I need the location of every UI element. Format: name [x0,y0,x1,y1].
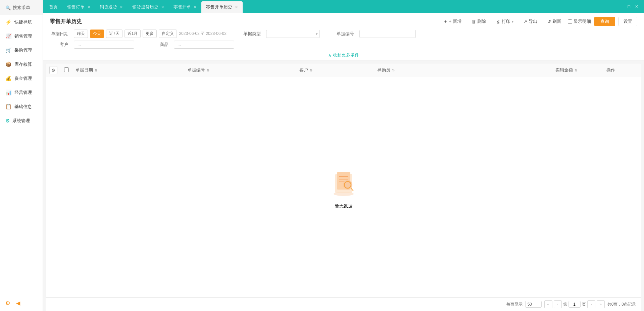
window-min-btn[interactable]: — [617,3,624,10]
next-page-btn[interactable]: › [587,300,595,308]
last-page-btn[interactable]: » [597,300,605,308]
sort-salesperson-icon[interactable]: ⇅ [392,68,395,72]
sort-no-icon[interactable]: ⇅ [207,68,209,72]
tab-home[interactable]: 首页 [44,1,62,13]
content-area: 零售开单历史 ＋ + 新增 🗑 删除 🖨 打印 ▾ [43,13,644,311]
sidebar-item-quick-nav[interactable]: ⚡ 快捷导航 [0,15,43,29]
window-close-btn[interactable]: ✕ [634,3,640,10]
goods-input[interactable]: ... [174,41,234,49]
toolbar: ＋ + 新增 🗑 删除 🖨 打印 ▾ ↗ 导出 [440,17,637,26]
display-cols-checkbox[interactable] [568,19,572,24]
delete-button[interactable]: 🗑 删除 [468,17,489,26]
tab-retail-open-label: 零售开单 [174,4,191,10]
per-page-label: 每页显示 [506,302,523,307]
sidebar-item-label: 快捷导航 [14,19,32,25]
filter-area: 单据日期 昨天 今天 近7天 近1月 更多 自定义 2023-06-02 至 2… [50,30,637,60]
add-button[interactable]: ＋ + 新增 [440,17,465,26]
sidebar-item-basic-info[interactable]: 📋 基础信息 [0,100,43,114]
refresh-button[interactable]: ↺ 刷新 [544,17,564,26]
print-icon: 🖨 [496,19,500,24]
select-all-checkbox[interactable] [64,67,69,72]
sidebar-item-finance[interactable]: 💰 资金管理 [0,71,43,86]
yesterday-btn[interactable]: 昨天 [74,30,88,38]
sidebar-item-system[interactable]: ⚙ 系统管理 [0,114,43,128]
collapse-label: 收起更多条件 [333,52,359,58]
customer-label: 客户 [50,42,68,48]
tab-sales-return[interactable]: 销货退货 ✕ [95,1,128,13]
th-amount-label: 实销金额 [555,67,573,72]
page-header: 零售开单历史 ＋ + 新增 🗑 删除 🖨 打印 ▾ [43,13,644,60]
tab-retail-open[interactable]: 零售开单 ✕ [169,1,201,13]
tab-sales-order-label: 销售订单 [67,4,85,10]
export-button[interactable]: ↗ 导出 [520,17,541,26]
add-icon: ＋ [443,18,448,24]
query-button[interactable]: 查询 [594,17,615,26]
sort-date-icon[interactable]: ⇅ [95,68,97,72]
th-no: 单据编号 ⇅ [184,63,296,77]
date-filter-control: 昨天 今天 近7天 近1月 更多 自定义 2023-06-02 至 2023-0… [74,30,227,38]
tabs-bar: 首页 销售订单 ✕ 销货退货 ✕ 销货退货历史 ✕ 零售开单 ✕ 零售开单历史 … [43,0,644,13]
tab-sales-order-close[interactable]: ✕ [87,5,90,9]
settings-icon[interactable]: ⚙ [4,299,11,308]
tab-sales-order[interactable]: 销售订单 ✕ [62,1,95,13]
data-table: ⚙ 单据日期 ⇅ 单据编号 ⇅ [46,63,641,77]
sidebar-item-purchase-mgmt[interactable]: 🛒 采购管理 [0,43,43,57]
basic-info-icon: 📋 [5,104,12,110]
empty-area: 暂无数据 [46,77,641,297]
custom-btn[interactable]: 自定义 [159,30,177,38]
collapse-row[interactable]: ∧ 收起更多条件 [50,51,637,60]
page-title: 零售开单历史 [50,18,82,25]
doc-type-label: 单据类型 [242,31,261,37]
doc-no-input[interactable] [359,30,416,38]
table-column-settings-icon[interactable]: ⚙ [49,66,57,74]
today-btn[interactable]: 今天 [90,30,104,38]
th-date: 单据日期 ⇅ [72,63,184,77]
per-page-select[interactable]: 50 10 20 100 [525,301,542,308]
tab-retail-history-close[interactable]: ✕ [235,5,238,9]
settings-button[interactable]: 设置 [618,17,637,26]
sort-amount-icon[interactable]: ⇅ [575,68,577,72]
window-max-btn[interactable]: □ [626,3,632,10]
th-action: 操作 [581,63,641,77]
sidebar-item-label: 基础信息 [14,104,32,110]
page-number-input[interactable] [568,301,581,308]
th-date-label: 单据日期 [76,67,93,72]
th-checkbox-col [61,63,72,77]
refresh-icon: ↺ [547,19,551,24]
display-toggle[interactable]: 显示明细 [568,18,591,24]
tab-home-label: 首页 [49,4,58,10]
sidebar-item-operations[interactable]: 📊 经营管理 [0,86,43,100]
doc-type-select[interactable] [266,30,320,38]
table-area: ⚙ 单据日期 ⇅ 单据编号 ⇅ [46,63,641,297]
last7days-btn[interactable]: 近7天 [106,30,122,38]
sidebar-search[interactable]: 🔍 搜索采单 [0,0,43,15]
tab-sales-return-history-close[interactable]: ✕ [161,5,164,9]
th-salesperson-label: 导购员 [377,67,390,72]
sidebar-search-label: 搜索采单 [13,5,30,11]
sidebar-item-label: 库存核算 [14,61,32,67]
first-page-btn[interactable]: « [544,300,552,308]
more-btn[interactable]: 更多 [143,30,157,38]
tab-sales-return-close[interactable]: ✕ [120,5,123,9]
date-range-display: 2023-06-02 至 2023-06-02 [179,31,226,37]
sidebar-item-sales-mgmt[interactable]: 📈 销售管理 [0,29,43,43]
th-salesperson: 导购员 ⇅ [374,63,469,77]
page-nav: « ‹ 第 页 › » [544,300,605,308]
last1month-btn[interactable]: 近1月 [125,30,141,38]
tab-sales-return-history[interactable]: 销货退货历史 ✕ [128,1,169,13]
finance-icon: 💰 [5,75,12,82]
print-button[interactable]: 🖨 打印 ▾ [493,17,517,26]
sidebar-item-label: 经营管理 [14,90,32,96]
sidebar-item-label: 资金管理 [14,75,32,82]
collapse-sidebar-icon[interactable]: ◀ [15,299,21,308]
sort-customer-icon[interactable]: ⇅ [310,68,312,72]
tab-retail-open-close[interactable]: ✕ [194,5,197,9]
sidebar-item-label: 采购管理 [14,47,32,53]
tab-retail-history[interactable]: 零售开单历史 ✕ [201,1,243,13]
sidebar-item-inventory[interactable]: 📦 库存核算 [0,57,43,71]
empty-illustration [327,165,360,199]
th-no-label: 单据编号 [188,67,205,72]
prev-page-btn[interactable]: ‹ [554,300,562,308]
sales-icon: 📈 [5,33,12,39]
customer-input[interactable]: ... [74,41,134,49]
